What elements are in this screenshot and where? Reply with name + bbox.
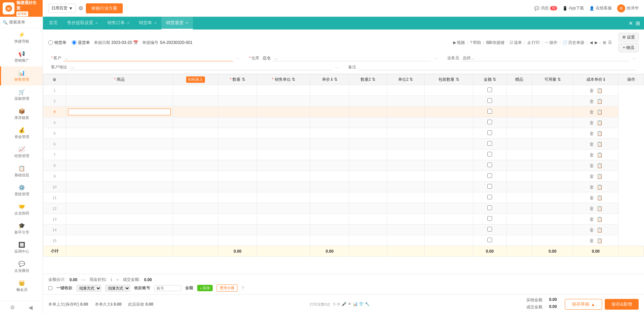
tab-return-close-icon[interactable]: ✕	[185, 21, 188, 25]
warehouse-input[interactable]	[273, 55, 431, 61]
amount-cell[interactable]	[425, 85, 473, 96]
pkg-qty-cell[interactable]	[387, 128, 425, 139]
gift-checkbox[interactable]	[487, 130, 492, 135]
cost-unit-cell[interactable]	[532, 182, 573, 192]
unit-price-cell[interactable]	[257, 96, 310, 107]
sidebar-item-quick-nav[interactable]: ⚡ 快捷导航	[0, 28, 43, 47]
cost-unit-cell[interactable]	[532, 96, 573, 107]
help-btn[interactable]: ? 帮助	[470, 40, 481, 46]
cost-unit-cell[interactable]	[532, 139, 573, 149]
qty-cell[interactable]	[173, 107, 218, 117]
sales-unit-cell[interactable]	[218, 139, 257, 149]
amount-cell[interactable]	[425, 117, 473, 128]
pkg-qty-cell[interactable]	[387, 96, 425, 107]
unit-price-cell[interactable]	[257, 214, 310, 225]
unit2-cell[interactable]	[349, 149, 387, 160]
unit-price-cell[interactable]	[257, 171, 310, 182]
sidebar-item-wechat[interactable]: 💬 企业微信	[0, 257, 43, 276]
product-cell[interactable]	[66, 85, 173, 96]
sales-unit-cell[interactable]	[218, 235, 257, 246]
unit2-cell[interactable]	[349, 182, 387, 192]
qty-cell[interactable]	[173, 171, 218, 182]
th-gear[interactable]: ⚙	[43, 74, 66, 85]
amount-cell[interactable]	[425, 171, 473, 182]
shortcut-btn[interactable]: ⌨ 快捷键	[486, 40, 504, 46]
pkg-qty-cell[interactable]	[387, 85, 425, 96]
sidebar-item-system[interactable]: ⚙️ 系统管理	[0, 181, 43, 200]
tab-price-close-icon[interactable]: ✕	[95, 21, 98, 25]
qty-cell[interactable]	[173, 85, 218, 96]
help-btn-2[interactable]: ?	[241, 286, 244, 291]
remark-input[interactable]	[358, 64, 636, 70]
qty2-cell[interactable]	[310, 182, 349, 192]
product-cell[interactable]	[66, 96, 173, 107]
available-cell[interactable]	[506, 107, 532, 117]
search-menu-btn[interactable]: 🔍 搜索菜单	[0, 17, 43, 28]
copy-row-icon[interactable]: 📋	[597, 174, 602, 179]
sales-unit-cell[interactable]	[218, 192, 257, 203]
th-qty2[interactable]: 数量2 ⇅	[349, 74, 387, 85]
product-cell[interactable]	[66, 225, 173, 235]
tab-order-close-icon[interactable]: ✕	[127, 21, 129, 25]
unit-price-cell[interactable]	[257, 160, 310, 171]
radio-sales[interactable]: 销货单	[48, 40, 66, 46]
collapse-icon[interactable]: ◀	[29, 304, 33, 311]
gift-cell[interactable]	[473, 85, 506, 96]
app-download-btn[interactable]: 📱 App下载	[562, 5, 584, 11]
product-cell[interactable]	[66, 235, 173, 246]
product-cell[interactable]	[66, 149, 173, 160]
tab-sales-return[interactable]: 销货退货 ✕	[161, 17, 193, 29]
pkg-qty-cell[interactable]	[387, 203, 425, 214]
qty-cell[interactable]	[173, 192, 218, 203]
sidebar-item-enterprise[interactable]: 🤝 企业协同	[0, 200, 43, 219]
amount-cell[interactable]	[425, 214, 473, 225]
tab-sales-delivery[interactable]: 销货单 ✕	[134, 17, 161, 29]
th-available[interactable]: 可用量 ⇅	[532, 74, 573, 85]
tab-menu-icon[interactable]: ⊞	[636, 20, 640, 26]
gift-cell[interactable]	[473, 128, 506, 139]
product-cell[interactable]	[66, 117, 173, 128]
qty-cell[interactable]	[173, 235, 218, 246]
expense-split-btn[interactable]: 费用分摊	[217, 285, 237, 292]
qty2-cell[interactable]	[310, 117, 349, 128]
available-cell[interactable]	[506, 128, 532, 139]
history-btn[interactable]: 📄 历史单据	[562, 40, 584, 46]
available-cell[interactable]	[506, 139, 532, 149]
qty2-cell[interactable]	[310, 107, 349, 117]
gift-checkbox[interactable]	[487, 109, 492, 114]
cost-unit-cell[interactable]	[532, 214, 573, 225]
gift-checkbox[interactable]	[487, 98, 492, 103]
gift-checkbox[interactable]	[487, 195, 492, 199]
gift-checkbox[interactable]	[487, 205, 492, 210]
calc-method-select[interactable]: 结算方式	[105, 285, 130, 292]
available-cell[interactable]	[506, 160, 532, 171]
gift-cell[interactable]	[473, 192, 506, 203]
amount-cell[interactable]	[425, 182, 473, 192]
delete-row-icon[interactable]: 🗑	[589, 195, 594, 200]
delete-row-icon[interactable]: 🗑	[589, 141, 594, 147]
available-cell[interactable]	[506, 235, 532, 246]
add-payment-btn[interactable]: + 添加	[197, 285, 213, 291]
qty-cell[interactable]	[173, 160, 218, 171]
cost-unit-cell[interactable]	[532, 160, 573, 171]
cost-unit-cell[interactable]	[532, 225, 573, 235]
online-service-btn[interactable]: 👤 在线客服	[589, 5, 612, 11]
gift-checkbox[interactable]	[487, 184, 492, 189]
unit-price-cell[interactable]	[257, 203, 310, 214]
unit-price-cell[interactable]	[257, 192, 310, 203]
amount-cell[interactable]	[425, 128, 473, 139]
sidebar-item-inventory[interactable]: 📦 库存核算	[0, 105, 43, 124]
product-cell[interactable]	[66, 160, 173, 171]
gift-checkbox[interactable]	[487, 227, 492, 232]
qty2-cell[interactable]	[310, 225, 349, 235]
save-new-btn[interactable]: 保存&新增	[605, 299, 639, 310]
qty2-cell[interactable]	[310, 139, 349, 149]
pkg-qty-cell[interactable]	[387, 235, 425, 246]
product-cell[interactable]	[66, 128, 173, 139]
calendar-icon[interactable]: 📅	[133, 40, 138, 45]
unit-price-cell[interactable]	[257, 107, 310, 117]
product-input[interactable]	[68, 109, 171, 115]
salesperson-more-icon[interactable]: ···	[633, 56, 636, 61]
gift-checkbox[interactable]	[487, 163, 492, 167]
qty2-cell[interactable]	[310, 149, 349, 160]
